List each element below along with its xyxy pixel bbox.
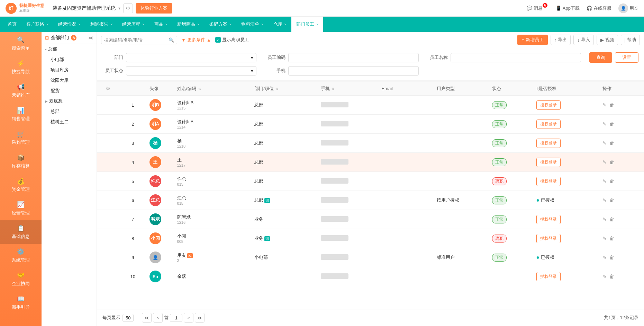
filter-emp-code-input[interactable] [288,53,419,62]
edit-btn[interactable]: ✎ [602,197,607,203]
edit-btn[interactable]: ✎ [602,274,607,279]
dept-node-planting[interactable]: 植树王二 [42,117,97,127]
col-name[interactable]: 姓名/编码 ⇅ [174,82,252,96]
dept-node-project[interactable]: 项目库房 [42,65,97,75]
tab-home[interactable]: 首页 [3,17,21,32]
page-input[interactable] [170,314,182,322]
delete-btn[interactable]: 🗑 [609,197,614,203]
prev-page-btn[interactable]: ＜ [153,313,163,323]
tab-close-customer[interactable]: × [46,22,48,26]
dept-node-general[interactable]: ▾ 总部 [42,44,97,54]
filter-phone-input[interactable] [288,66,419,76]
tab-bom[interactable]: 物料清单 × [236,17,268,32]
auth-login-btn[interactable]: 授权登录 [536,100,561,110]
dept-node-double[interactable]: ▶ 双底想 [42,96,97,106]
edit-btn[interactable]: ✎ [602,121,607,127]
tab-close-goods[interactable]: × [165,22,167,26]
setting-btn[interactable]: 设置 [615,52,638,63]
tab-history[interactable]: 经营历程 × [117,17,149,32]
tab-warehouse[interactable]: 仓库 × [269,17,291,32]
edit-btn[interactable]: ✎ [602,159,607,165]
tab-operation[interactable]: 经营情况 × [53,17,85,32]
edit-btn[interactable]: ✎ [602,255,607,260]
dropdown-arrow-icon[interactable]: ▾ [118,6,120,11]
edit-btn[interactable]: ✎ [602,140,607,146]
settings-icon[interactable]: ⚙ [106,86,110,91]
view-btn[interactable]: ▶ 视频 [597,35,618,45]
first-page-btn[interactable]: ≪ [142,313,152,323]
search-icon[interactable]: 🔍 [169,37,174,43]
nav-item-inventory[interactable]: 📦 库存核算 [0,150,42,173]
import-btn[interactable]: ↓ 导入 [573,35,594,45]
more-filter-btn[interactable]: ▼ 更多条件 ▲ [181,37,211,43]
app-download-btn[interactable]: 📱 App下载 [556,5,580,11]
tab-close-barcode[interactable]: × [229,22,232,26]
nav-item-finance[interactable]: 💰 资金管理 [0,173,42,197]
delete-btn[interactable]: 🗑 [609,217,614,222]
nav-item-shortcut[interactable]: ⚡ 快捷导航 [0,55,42,79]
dept-collapse-btn[interactable]: ≪ [88,35,93,41]
auth-login-btn[interactable]: 授权登录 [536,272,561,281]
delete-btn[interactable]: 🗑 [609,178,614,184]
dept-node-headquarter[interactable]: 总部 [42,106,97,117]
delete-btn[interactable]: 🗑 [609,159,614,165]
page-size-value[interactable]: 50 [123,314,134,322]
user-avatar-area[interactable]: 👤 用友 [618,3,638,13]
auth-login-btn[interactable]: 授权登录 [536,120,561,129]
delete-btn[interactable]: 🗑 [609,274,614,279]
filter-dept-select[interactable]: ▾ [126,53,256,62]
add-employee-btn[interactable]: + 新增员工 [517,35,547,45]
dept-node-small-electric[interactable]: 小电部 [42,54,97,65]
tab-close-add-goods[interactable]: × [197,22,199,26]
col-dept[interactable]: 部门/职位 ⇅ [252,82,318,96]
edit-btn[interactable]: ✎ [602,217,607,222]
online-service-btn[interactable]: 🎧 在线客服 [587,5,611,11]
delete-btn[interactable]: 🗑 [609,255,614,260]
experience-btn[interactable]: 体验行业方案 [136,3,172,14]
col-settings[interactable]: ⚙ [97,82,119,96]
nav-item-system[interactable]: ⚙️ 系统管理 [0,244,42,267]
query-btn[interactable]: 查询 [589,52,612,63]
col-phone[interactable]: 手机 ⇅ [318,82,379,96]
next-page-btn[interactable]: ＞ [184,313,193,323]
tab-close-bom[interactable]: × [261,22,263,26]
tab-dept-staff[interactable]: 部门员工 × [291,17,323,32]
tab-close-warehouse[interactable]: × [284,22,287,26]
message-btn[interactable]: 💬 消息 6 [527,5,549,11]
export-btn[interactable]: ↑ 导出 [551,35,571,45]
delete-btn[interactable]: 🗑 [609,236,614,241]
tab-close-history[interactable]: × [142,22,144,26]
last-page-btn[interactable]: ≫ [195,313,205,323]
nav-item-sales[interactable]: 📊 销售管理 [0,103,42,126]
tab-close-dept[interactable]: × [316,22,318,26]
filter-emp-name-input[interactable] [451,53,581,62]
tab-close-profit[interactable]: × [110,22,112,26]
help-btn[interactable]: | 帮助 [621,35,640,45]
edit-btn[interactable]: ✎ [602,236,607,241]
tab-close-operation[interactable]: × [78,22,80,26]
dept-node-peihua[interactable]: 配货 [42,86,97,96]
nav-item-basic[interactable]: 📋 基础信息 [0,220,42,244]
gear-button[interactable]: ⚙ [123,3,133,13]
edit-btn[interactable]: ✎ [602,178,607,184]
auth-login-btn[interactable]: 授权登录 [536,215,561,224]
delete-btn[interactable]: 🗑 [609,121,614,127]
nav-item-guide[interactable]: 📖 新手引导 [0,291,42,315]
auth-login-btn[interactable]: 授权登录 [536,139,561,148]
nav-item-purchase[interactable]: 🛒 采购管理 [0,126,42,150]
tab-profit[interactable]: 利润报告 × [85,17,117,32]
nav-item-operation[interactable]: 📈 经营管理 [0,197,42,220]
tab-add-goods[interactable]: 新增商品 × [172,17,204,32]
show-dimission-toggle[interactable]: ✓ 显示离职员工 [215,37,249,43]
nav-item-collab[interactable]: 🤝 企业协同 [0,267,42,291]
nav-item-search[interactable]: 🔍 搜索菜单 [0,32,42,55]
delete-btn[interactable]: 🗑 [609,140,614,146]
dept-edit-icon[interactable]: ✎ [71,35,76,41]
tab-customer[interactable]: 客户联络 × [21,17,53,32]
tab-goods[interactable]: 商品 × [149,17,172,32]
auth-login-btn[interactable]: 授权登录 [536,234,561,243]
delete-btn[interactable]: 🗑 [609,102,614,108]
nav-item-marketing[interactable]: 📢 营销推广 [0,79,42,103]
filter-status-select[interactable]: ▾ [126,66,256,76]
auth-login-btn[interactable]: 授权登录 [536,158,561,167]
